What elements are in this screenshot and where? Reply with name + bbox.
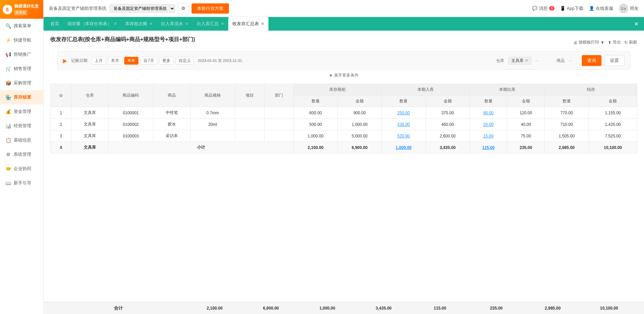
- tab-1[interactable]: 现存量（库存分布表）✕: [63, 17, 121, 31]
- date-btn-this-year[interactable]: 本年: [124, 57, 138, 65]
- cooperation-icon: 🤝: [5, 166, 11, 171]
- tab-3[interactable]: 出入库流水✕: [157, 17, 193, 31]
- cell-opening-amt-1: 1,000.00: [337, 119, 381, 130]
- subtotal-in-qty[interactable]: 1,000.00: [382, 142, 426, 153]
- logo-icon: 6: [3, 5, 12, 14]
- page-header: 收发存汇总表(按仓库+商品编码+商品+规格型号+项目+部门) 🖨 按模板打印 ▼…: [44, 31, 644, 49]
- cell-dept-2: [264, 130, 294, 142]
- cell-out-qty-0[interactable]: 80.00: [469, 107, 507, 119]
- table-section: ⚙ 仓库 商品编码 商品 商品规格 项目 部门 库存期初 本期入库 本期出库 结…: [44, 84, 644, 302]
- operations-icon: 📊: [5, 123, 11, 129]
- cell-in-qty-1[interactable]: 230.00: [382, 119, 426, 130]
- settings-button[interactable]: 设置: [604, 55, 625, 66]
- th-in-group: 本期入库: [382, 84, 470, 96]
- sidebar-item-search[interactable]: 🔍搜索菜单: [0, 19, 43, 33]
- cell-balance-qty-2: 1,505.00: [545, 130, 589, 142]
- cell-out-amt-2: 75.00: [507, 130, 545, 142]
- date-btn-this-month[interactable]: 本月: [108, 57, 122, 65]
- user-avatar: Ea: [619, 4, 628, 13]
- cell-out-amt-1: 40.00: [507, 119, 545, 130]
- th-opening-qty: 数量: [294, 96, 337, 107]
- inventory-icon: 🏪: [5, 95, 11, 100]
- sidebar-item-inventory[interactable]: 🏪库存核算: [0, 90, 43, 104]
- cell-opening-qty-0: 600.00: [294, 107, 337, 119]
- message-button[interactable]: 💬 消息 6: [532, 5, 555, 12]
- date-btn-7days[interactable]: 近7天: [141, 57, 157, 65]
- tab-close-1[interactable]: ✕: [114, 21, 117, 26]
- cell-name-0: 中性笔: [153, 107, 190, 119]
- date-btn-prev-month[interactable]: 上月: [92, 57, 106, 65]
- close-all-tabs-button[interactable]: ✕: [631, 19, 641, 29]
- column-settings-icon[interactable]: ⚙: [59, 93, 63, 98]
- query-button[interactable]: 查询: [582, 55, 601, 66]
- subtotal-balance-amt: 10,100.00: [589, 142, 637, 153]
- sidebar-item-basic[interactable]: 📋基础信息: [0, 133, 43, 147]
- system-icon: ⚙: [5, 152, 11, 157]
- tab-close-2[interactable]: ✕: [149, 21, 153, 26]
- tab-4[interactable]: 出入库汇总✕: [193, 17, 228, 31]
- sidebar-item-system[interactable]: ⚙系统管理: [0, 147, 43, 162]
- tab-0[interactable]: 首页: [46, 17, 63, 31]
- warehouse-more-button[interactable]: ···: [535, 58, 539, 63]
- goods-more-button[interactable]: ···: [569, 58, 572, 63]
- cell-in-qty-2[interactable]: 520.00: [382, 130, 426, 142]
- cell-out-qty-1[interactable]: 20.00: [469, 119, 507, 130]
- tab-5[interactable]: 收发存汇总表✕: [228, 17, 268, 31]
- subtotal-in-amt: 3,435.00: [426, 142, 469, 153]
- th-balance-amt: 金额: [589, 96, 637, 107]
- gear-button[interactable]: ⚙: [178, 3, 189, 14]
- cell-balance-amt-2: 7,525.00: [589, 130, 637, 142]
- tab-close-5[interactable]: ✕: [261, 21, 264, 26]
- experience-button[interactable]: 体验行业方案: [192, 3, 229, 14]
- sidebar-item-finance[interactable]: 💰资金管理: [0, 104, 43, 119]
- sidebar-item-quick-nav[interactable]: ⚡快捷导航: [0, 33, 43, 47]
- cell-dept-1: [264, 119, 294, 130]
- expand-icon: ▼: [329, 73, 333, 78]
- filter-bar: ▶ 记账日期 上月 本月 本年 近7天 更多 自定义 2023-01-01 至 …: [57, 51, 630, 70]
- app-download-button[interactable]: 📱 App下载: [560, 5, 583, 12]
- subtotal-out-qty[interactable]: 115.00: [469, 142, 507, 153]
- sidebar-item-operations[interactable]: 📊经营管理: [0, 119, 43, 133]
- subtotal-row: 4 文具库 小计 2,100.00 6,900.00 1,000.00 3,43…: [51, 142, 637, 153]
- export-icon: ⬆: [608, 40, 611, 45]
- tab-close-4[interactable]: ✕: [221, 21, 224, 26]
- sidebar-item-cooperation[interactable]: 🤝企业协同: [0, 162, 43, 176]
- cell-project-1: [235, 119, 264, 130]
- date-btn-more[interactable]: 更多: [159, 57, 174, 65]
- logo-text: 畅捷通好生意 标准版: [14, 3, 39, 15]
- warehouse-tag-remove[interactable]: ✕: [525, 58, 528, 63]
- expand-conditions-button[interactable]: ▼ 展开更多条件: [329, 72, 359, 78]
- sidebar-label-finance: 资金管理: [14, 109, 31, 115]
- warehouse-tag: 文具库 ✕: [508, 57, 531, 65]
- cell-in-qty-0[interactable]: 250.00: [382, 107, 426, 119]
- export-button[interactable]: ⬆ 导出: [608, 39, 621, 45]
- online-service-button[interactable]: 👤 在线客服: [589, 5, 613, 12]
- tab-label-3: 出入库流水: [161, 21, 183, 27]
- date-btn-custom[interactable]: 自定义: [176, 57, 194, 65]
- print-button[interactable]: 🖨 按模板打印 ▼: [573, 39, 605, 45]
- tabs-container: 首页现存量（库存分布表）✕库存批次账✕出入库流水✕出入库汇总✕收发存汇总表✕: [46, 17, 268, 31]
- cell-out-qty-2[interactable]: 15.00: [469, 130, 507, 142]
- tab-2[interactable]: 库存批次账✕: [121, 17, 157, 31]
- system-selector[interactable]: 装备及固定资产辅助管理系统: [109, 4, 175, 13]
- sidebar-label-system: 系统管理: [14, 151, 31, 158]
- th-goods-code: 商品编码: [109, 84, 153, 107]
- sidebar-item-purchase[interactable]: 📦采购管理: [0, 76, 43, 90]
- refresh-button[interactable]: ↻ 刷新: [624, 39, 637, 45]
- footer-label: 合计: [50, 305, 186, 311]
- data-table: ⚙ 仓库 商品编码 商品 商品规格 项目 部门 库存期初 本期入库 本期出库 结…: [50, 84, 637, 153]
- guide-icon: 📖: [5, 180, 11, 186]
- subtotal-balance-qty: 2,985.00: [545, 142, 589, 153]
- cell-seq-0: 1: [51, 107, 71, 119]
- user-menu[interactable]: Ea 用友: [619, 4, 639, 13]
- subtotal-warehouse: 文具库: [71, 142, 109, 153]
- cell-spec-1: 20ml: [190, 119, 235, 130]
- tab-close-3[interactable]: ✕: [185, 21, 188, 26]
- tab-label-5: 收发存汇总表: [232, 21, 259, 27]
- sidebar-item-guide[interactable]: 📖新手引导: [0, 176, 43, 190]
- sidebar-item-marketing[interactable]: 📢营销推广: [0, 47, 43, 62]
- sidebar-item-sales[interactable]: 🛒销售管理: [0, 62, 43, 76]
- th-settings[interactable]: ⚙: [51, 84, 71, 107]
- sidebar-label-quick-nav: 快捷导航: [14, 37, 31, 43]
- filter-toggle-icon[interactable]: ▶: [63, 57, 67, 64]
